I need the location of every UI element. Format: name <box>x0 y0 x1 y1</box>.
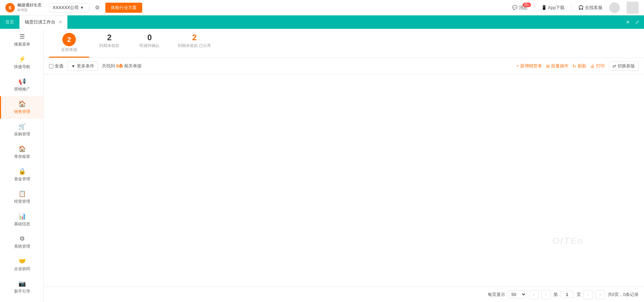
shopping-icon: 🛒 <box>18 123 26 130</box>
tab-work-bench[interactable]: 钱货日清工作台 ✕ <box>19 15 67 29</box>
avatar[interactable] <box>609 2 620 13</box>
table-area: OfTEn <box>44 74 644 287</box>
switch-version-button[interactable]: ⇄ 切换新版 <box>609 61 639 71</box>
online-service-label: 在线客服 <box>585 5 602 11</box>
tab-home[interactable]: 首页 <box>0 15 19 29</box>
page-label-suffix: 页 <box>577 292 581 298</box>
filter-button[interactable]: ▼ 更多条件 <box>67 61 98 71</box>
lock-icon: 🔒 <box>18 168 26 175</box>
print-button[interactable]: 🖨 打印 <box>590 63 605 69</box>
select-all-input[interactable] <box>49 64 53 68</box>
filter-label: 更多条件 <box>77 63 94 69</box>
phone-icon: 📱 <box>541 5 547 10</box>
stats-tab-pending[interactable]: 0 旺辅待确认 <box>129 29 170 58</box>
sidebar-label-marketing: 营销推广 <box>14 86 30 92</box>
megaphone-icon: 📢 <box>18 78 26 85</box>
headset-icon: 🎧 <box>578 5 584 10</box>
pagination-bar: 每页显示 50 10 20 100 « ‹ 第 页 › » 共0页，0条记 <box>44 287 644 302</box>
page-size-label: 每页显示 <box>488 292 505 298</box>
sidebar: ☰ 搜索菜单 ⚡ 快捷导航 📢 营销推广 🏠 销售管理 🛒 采购管理 🏠 库存核… <box>0 29 44 302</box>
sidebar-item-app-center[interactable]: 🎁 应用中心 <box>0 298 43 302</box>
batch-operation-button[interactable]: ⊞ 批量操作 <box>546 63 569 69</box>
switch-icon: ⇄ <box>612 64 616 69</box>
stats-tab-overdue[interactable]: 2 到期未收款 <box>89 29 129 58</box>
message-badge: 99+ <box>523 3 531 7</box>
sidebar-label-enterprise: 企业协同 <box>14 266 30 272</box>
page-label-prefix: 第 <box>553 292 558 298</box>
stats-number-pending: 0 <box>147 33 152 42</box>
chevron-down-icon: ▾ <box>81 5 83 10</box>
sidebar-label-finance: 资金管理 <box>14 176 30 182</box>
batch-icon: ⊞ <box>546 64 550 69</box>
company-selector[interactable]: XXXXXX公司 ▾ <box>49 3 89 12</box>
lightning-icon: ⚡ <box>18 55 26 63</box>
sidebar-item-guide[interactable]: 📷 新手引导 <box>0 276 43 298</box>
found-suffix: 相关单据 <box>124 63 142 68</box>
sidebar-label-operations: 经营管理 <box>14 199 30 204</box>
top-header: 6 畅捷通好生意 标准版 XXXXXX公司 ▾ ⚙ 体验行业方案 💬 消息 99… <box>0 0 644 15</box>
sidebar-label-search-menu: 搜索菜单 <box>14 42 30 47</box>
sidebar-item-system[interactable]: ⚙ 系统管理 <box>0 231 43 253</box>
app-badge: 标准版 <box>17 8 42 12</box>
sidebar-label-basic-info: 基础信息 <box>14 221 30 227</box>
divider-1 <box>534 4 535 11</box>
found-count: 0条 <box>116 63 123 68</box>
sidebar-item-finance[interactable]: 🔒 资金管理 <box>0 164 43 186</box>
experience-button[interactable]: 体验行业方案 <box>105 3 142 13</box>
stats-number-all: 2 <box>62 33 76 46</box>
main-layout: ☰ 搜索菜单 ⚡ 快捷导航 📢 营销推广 🏠 销售管理 🛒 采购管理 🏠 库存核… <box>0 29 644 302</box>
header-right: 💬 消息 99+ 📱 App下载 🎧 在线客服 <box>512 2 639 14</box>
prev-page-button[interactable]: ‹ <box>541 290 551 299</box>
app-download-button[interactable]: 📱 App下载 <box>541 5 565 11</box>
stats-tab-shipped[interactable]: 2 到期未收款 已出库 <box>170 29 219 58</box>
stats-number-shipped: 2 <box>192 33 197 42</box>
tab-expand-icon[interactable]: ⤢ <box>633 19 641 25</box>
stats-tab-all[interactable]: 2 全部单据 <box>49 29 89 58</box>
tab-home-label: 首页 <box>5 19 14 25</box>
refresh-button[interactable]: ↻ 刷新 <box>573 63 586 69</box>
tab-workbench-label: 钱货日清工作台 <box>25 19 55 25</box>
stats-label-pending: 旺辅待确认 <box>140 43 160 49</box>
sidebar-label-purchase: 采购管理 <box>14 131 30 137</box>
user-name-area[interactable] <box>627 2 639 14</box>
menu-icon: ☰ <box>19 33 25 40</box>
sidebar-item-purchase[interactable]: 🛒 采购管理 <box>0 119 43 141</box>
toolbar-right: + 新增销货单 ⊞ 批量操作 ↻ 刷新 🖨 打印 ⇄ 切换新版 <box>517 61 639 71</box>
sidebar-item-operations[interactable]: 📋 经营管理 <box>0 186 43 208</box>
add-sales-order-button[interactable]: + 新增销货单 <box>517 63 542 69</box>
stats-number-overdue: 2 <box>107 33 111 42</box>
page-size-select[interactable]: 50 10 20 100 <box>508 291 527 298</box>
tab-bar: 首页 钱货日清工作台 ✕ ✕ ⤢ <box>0 15 644 29</box>
next-page-button[interactable]: › <box>584 290 593 299</box>
sidebar-item-quick-nav[interactable]: ⚡ 快捷导航 <box>0 51 43 74</box>
stats-tabs: 2 全部单据 2 到期未收款 0 旺辅待确认 2 到期未收款 已出库 <box>44 29 644 58</box>
settings-icon[interactable]: ⚙ <box>92 2 103 13</box>
tab-close-all-icon[interactable]: ✕ <box>624 19 632 25</box>
refresh-icon: ↻ <box>573 64 576 69</box>
sidebar-label-guide: 新手引导 <box>14 289 30 294</box>
sidebar-item-inventory[interactable]: 🏠 库存核算 <box>0 141 43 164</box>
sidebar-item-sales[interactable]: 🏠 销售管理 <box>0 96 43 119</box>
select-all-checkbox[interactable]: 全选 <box>49 63 63 69</box>
tab-controls: ✕ ⤢ <box>624 19 644 25</box>
first-page-button[interactable]: « <box>529 290 539 299</box>
batch-label: 批量操作 <box>551 63 569 69</box>
doc-icon: 📋 <box>18 190 26 197</box>
tab-close-icon[interactable]: ✕ <box>59 20 62 24</box>
sidebar-label-inventory: 库存核算 <box>14 154 30 160</box>
sidebar-item-enterprise[interactable]: 🤝 企业协同 <box>0 253 43 276</box>
total-records-text: 共0页，0条记录 <box>608 292 639 298</box>
system-icon: ⚙ <box>19 235 25 242</box>
sidebar-item-basic-info[interactable]: 📊 基础信息 <box>0 208 43 231</box>
sidebar-item-search-menu[interactable]: ☰ 搜索菜单 <box>0 29 43 51</box>
online-service-button[interactable]: 🎧 在线客服 <box>578 5 602 11</box>
enterprise-icon: 🤝 <box>18 257 26 265</box>
print-icon: 🖨 <box>590 64 595 69</box>
last-page-button[interactable]: » <box>596 290 605 299</box>
message-button[interactable]: 💬 消息 99+ <box>512 5 528 11</box>
guide-icon: 📷 <box>18 280 26 287</box>
stats-label-overdue: 到期未收款 <box>99 43 119 49</box>
app-name: 畅捷通好生意 <box>17 3 42 8</box>
page-number-input[interactable] <box>560 291 574 298</box>
sidebar-item-marketing[interactable]: 📢 营销推广 <box>0 74 43 96</box>
